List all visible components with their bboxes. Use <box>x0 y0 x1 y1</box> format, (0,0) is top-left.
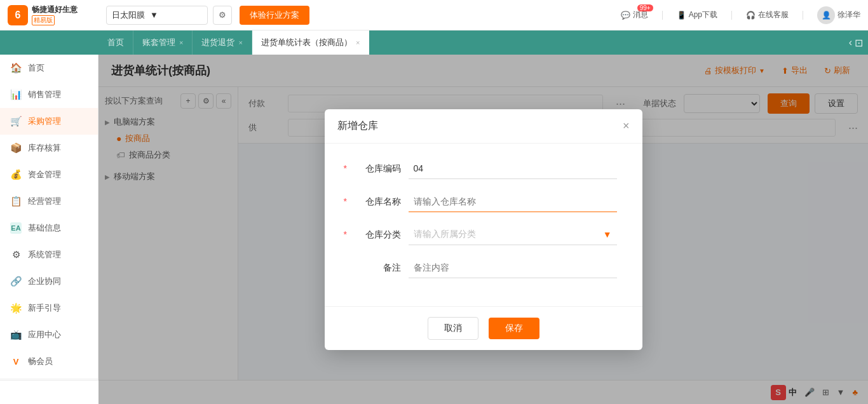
tab-bar-prev-icon[interactable]: ‹ <box>849 37 852 48</box>
store-selector[interactable]: 日太阳膜 ▼ <box>106 6 208 25</box>
purchase-icon: 🛒 <box>10 116 22 127</box>
logo-text-area: 畅捷通好生意 精易版 <box>32 4 78 25</box>
member-icon: V <box>10 356 22 367</box>
divider2 <box>731 11 732 20</box>
app-name: 畅捷通好生意 <box>32 4 78 15</box>
sidebar-home-label: 首页 <box>28 62 44 74</box>
tab-purchase-stats[interactable]: 进货单统计表（按商品） × <box>252 30 369 55</box>
tab-purchase-return[interactable]: 进货退货 × <box>193 30 252 55</box>
app-edition-badge: 精易版 <box>32 15 55 25</box>
user-name: 徐泽华 <box>837 10 860 20</box>
sidebar-item-operations[interactable]: 📋 经营管理 <box>0 188 98 215</box>
sidebar-finance-label: 资金管理 <box>28 169 61 180</box>
user-avatar: 👤 <box>817 6 835 24</box>
tab-account-label: 账套管理 <box>142 37 175 48</box>
divider3 <box>803 11 803 20</box>
appstore-icon: 📺 <box>10 329 22 340</box>
modal-title: 新增仓库 <box>337 119 378 133</box>
category-dropdown-icon: ▼ <box>603 229 612 239</box>
tab-purchase-return-close[interactable]: × <box>238 39 242 46</box>
sidebar-operations-label: 经营管理 <box>28 196 61 207</box>
tab-home[interactable]: 首页 <box>98 30 133 55</box>
sidebar-item-finance[interactable]: 💰 资金管理 <box>0 161 98 188</box>
operations-icon: 📋 <box>10 196 22 207</box>
sidebar-item-basic-info[interactable]: EA 基础信息 <box>0 215 98 241</box>
tab-bar-right: ‹ ⊡ <box>849 37 868 49</box>
sidebar-item-sales[interactable]: 📊 销售管理 <box>0 81 98 108</box>
remark-label: 备注 <box>350 262 401 274</box>
basic-info-icon: EA <box>10 222 22 234</box>
enterprise-icon: 🔗 <box>10 276 22 287</box>
tab-purchase-stats-close[interactable]: × <box>356 39 360 46</box>
tab-purchase-stats-label: 进货单统计表（按商品） <box>261 37 352 48</box>
modal-footer: 取消 保存 <box>325 306 642 350</box>
store-name: 日太阳膜 <box>112 10 145 21</box>
code-label: 仓库编码 <box>350 163 401 175</box>
messages-button[interactable]: 💬 消息 99+ <box>621 10 648 20</box>
trial-button[interactable]: 体验行业方案 <box>240 6 309 25</box>
tab-bar: 首页 账套管理 × 进货退货 × 进货单统计表（按商品） × ‹ ⊡ <box>0 30 868 55</box>
sidebar-purchase-label: 采购管理 <box>28 116 61 127</box>
modal-close-button[interactable]: × <box>623 120 630 131</box>
phone-icon: 📱 <box>677 11 686 20</box>
remark-input[interactable] <box>409 258 617 278</box>
save-button[interactable]: 保存 <box>489 318 539 339</box>
tab-purchase-return-label: 进货退货 <box>201 37 234 48</box>
form-row-name: 仓库名称 <box>350 192 617 212</box>
sidebar-item-member[interactable]: V 畅会员 <box>0 348 98 375</box>
sidebar-item-inventory[interactable]: 📦 库存核算 <box>0 135 98 161</box>
cancel-button[interactable]: 取消 <box>428 317 478 340</box>
code-input[interactable] <box>409 159 617 179</box>
guide-icon: 🌟 <box>10 302 22 314</box>
new-warehouse-modal: 新增仓库 × 仓库编码 仓库名称 仓库 <box>325 109 642 350</box>
headset-icon: 🎧 <box>746 11 756 20</box>
modal-overlay: 新增仓库 × 仓库编码 仓库名称 仓库 <box>98 55 868 404</box>
logo-badge-area: 精易版 <box>32 15 78 25</box>
top-bar: 6 畅捷通好生意 精易版 日太阳膜 ▼ ⚙ 体验行业方案 💬 消息 99+ 📱 … <box>0 0 868 30</box>
tab-home-label: 首页 <box>107 37 124 48</box>
message-icon: 💬 <box>621 11 630 20</box>
store-dropdown-icon: ▼ <box>150 10 158 20</box>
sidebar-item-appstore[interactable]: 📺 应用中心 <box>0 321 98 348</box>
user-area[interactable]: 👤 徐泽华 <box>817 6 860 24</box>
sidebar-inventory-label: 库存核算 <box>28 142 61 154</box>
inventory-icon: 📦 <box>10 142 22 154</box>
sidebar-item-guide[interactable]: 🌟 新手引导 <box>0 295 98 321</box>
top-right-area: 💬 消息 99+ 📱 App下载 🎧 在线客服 👤 徐泽华 <box>621 6 860 24</box>
sidebar-item-enterprise[interactable]: 🔗 企业协同 <box>0 268 98 295</box>
sidebar-sales-label: 销售管理 <box>28 89 61 100</box>
home-icon: 🏠 <box>10 62 22 74</box>
tab-account[interactable]: 账套管理 × <box>133 30 193 55</box>
sidebar-basic-info-label: 基础信息 <box>28 222 61 234</box>
sidebar-item-home[interactable]: 🏠 首页 <box>0 55 98 81</box>
form-row-remark: 备注 <box>350 258 617 278</box>
main-content: 进货单统计(按商品) 🖨 按模板打印 ▼ ⬆ 导出 ↻ 刷新 <box>98 55 868 404</box>
modal-body: 仓库编码 仓库名称 仓库分类 请输入所属分类 ▼ <box>325 144 642 306</box>
sidebar-item-system[interactable]: ⚙ 系统管理 <box>0 241 98 268</box>
sidebar-appstore-label: 应用中心 <box>28 329 61 340</box>
sidebar-enterprise-label: 企业协同 <box>28 276 61 287</box>
form-row-code: 仓库编码 <box>350 159 617 179</box>
category-select[interactable]: 请输入所属分类 ▼ <box>409 225 617 245</box>
tab-account-close[interactable]: × <box>179 39 183 46</box>
category-label: 仓库分类 <box>350 229 401 241</box>
tab-bar-next-icon[interactable]: ⊡ <box>855 37 863 49</box>
main-layout: 🏠 首页 📊 销售管理 🛒 采购管理 📦 库存核算 💰 资金管理 📋 经营管理 … <box>0 55 868 404</box>
app-download-button[interactable]: 📱 App下载 <box>677 10 717 20</box>
finance-icon: 💰 <box>10 169 22 180</box>
settings-icon-button[interactable]: ⚙ <box>213 6 232 25</box>
logo-area: 6 畅捷通好生意 精易版 <box>8 4 106 25</box>
sidebar-system-label: 系统管理 <box>28 249 61 260</box>
category-placeholder: 请输入所属分类 <box>414 229 603 240</box>
form-row-category: 仓库分类 请输入所属分类 ▼ <box>350 225 617 245</box>
sidebar-guide-label: 新手引导 <box>28 302 61 314</box>
sidebar-member-label: 畅会员 <box>28 356 53 367</box>
name-input[interactable] <box>409 192 617 212</box>
app-logo-icon: 6 <box>8 5 28 25</box>
sidebar-item-purchase[interactable]: 🛒 采购管理 <box>0 108 98 135</box>
sales-icon: 📊 <box>10 89 22 100</box>
divider1 <box>662 11 663 20</box>
system-icon: ⚙ <box>10 249 22 260</box>
modal-header: 新增仓库 × <box>325 109 642 144</box>
online-service-button[interactable]: 🎧 在线客服 <box>746 10 789 20</box>
